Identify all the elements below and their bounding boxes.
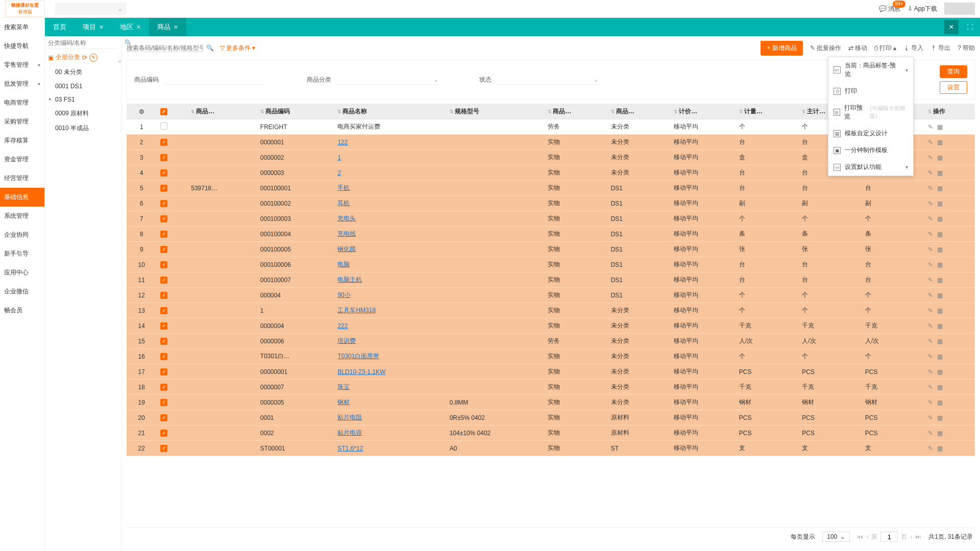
table-row[interactable]: 9✓000100005钢化膜实物DS1移动平均张张张✎▦ [127,242,975,257]
row-checkbox[interactable]: ✓ [160,307,167,314]
row-more-icon[interactable]: ▦ [937,292,943,299]
filter-status-select[interactable]: ⌄ [497,74,599,85]
select-all-checkbox[interactable]: ✓ [160,108,167,115]
table-row[interactable]: 15✓0000006培训费劳务未分类移动平均人/次人/次人/次✎▦ [127,334,975,349]
col-barcode[interactable]: ⇅商品… [187,104,256,119]
row-more-icon[interactable]: ▦ [937,200,943,207]
product-name-link[interactable]: 1 [337,154,341,161]
row-more-icon[interactable]: ▦ [937,139,943,146]
table-row[interactable]: 19✓0000005钢材0.8MM实物未分类移动平均钢材钢材钢材✎▦ [127,395,975,410]
tree-collapse-button[interactable]: « [118,58,121,65]
row-more-icon[interactable]: ▦ [937,430,943,437]
product-name-link[interactable]: 贴片电阻 [337,414,362,421]
col-name[interactable]: ⇅商品名称 [333,104,445,119]
tab[interactable]: 商品✕ [149,18,186,36]
sort-icon[interactable]: ⇅ [337,109,341,114]
table-row[interactable]: 5✓539718…000100001手机实物DS1移动平均台台台✎▦ [127,181,975,196]
sidebar-item[interactable]: 畅会员 [0,301,44,320]
print-current-item[interactable]: ▭当前：商品标签-预览▾ [828,57,913,83]
product-name-link[interactable]: 珠宝 [337,383,350,390]
move-button[interactable]: ⇄移动 [848,44,867,53]
page-input[interactable] [880,532,898,542]
row-more-icon[interactable]: ▦ [937,384,943,391]
table-row[interactable]: 8✓000100004充电线实物DS1移动平均条条条✎▦ [127,227,975,242]
tree-item[interactable]: 0010 半成品 [48,121,118,136]
print-button[interactable]: ⎙打印▴ [874,44,896,53]
row-checkbox[interactable]: ✓ [160,185,167,192]
prev-page-button[interactable]: ‹ [866,533,868,540]
more-conditions-button[interactable]: ▽ 更多条件 ▾ [220,44,255,53]
row-edit-icon[interactable]: ✎ [928,154,933,161]
sidebar-item[interactable]: 搜索菜单 [0,18,44,37]
tab-close-icon[interactable]: ✕ [99,24,104,31]
col-unit[interactable]: ⇅计量… [735,104,798,119]
row-edit-icon[interactable]: ✎ [928,445,933,452]
tab[interactable]: 首页 [45,18,75,36]
row-checkbox[interactable]: ✓ [160,384,167,391]
row-more-icon[interactable]: ▦ [937,307,943,314]
row-checkbox[interactable]: ✓ [160,322,167,330]
product-name-link[interactable]: 钢材 [337,398,350,406]
tab-close-icon[interactable]: ✕ [174,24,178,31]
sidebar-item[interactable]: 系统管理 [0,207,44,226]
row-checkbox[interactable]: ✓ [160,292,167,299]
product-name-link[interactable]: 电脑主机 [337,276,362,283]
per-page-select[interactable]: 100⌄ [822,532,850,542]
table-row[interactable]: 18✓0000007珠宝实物未分类移动平均千克千克千克✎▦ [127,380,975,395]
col-cls[interactable]: ⇅商品… [607,104,670,119]
row-more-icon[interactable]: ▦ [937,123,943,131]
tree-refresh-icon[interactable]: ⟳ [82,54,87,61]
import-button[interactable]: ⭳导入 [903,44,923,53]
row-edit-icon[interactable]: ✎ [928,338,933,345]
sort-icon[interactable]: ⇅ [611,109,615,114]
row-checkbox[interactable]: ✓ [160,246,167,253]
row-edit-icon[interactable]: ✎ [928,430,933,437]
sort-icon[interactable]: ⇅ [739,109,743,114]
tree-edit-icon[interactable]: ✎ [89,54,97,62]
tree-item[interactable]: 00 未分类 [48,65,118,80]
row-more-icon[interactable]: ▦ [937,414,943,421]
tree-search-input[interactable] [48,39,125,46]
sort-icon[interactable]: ⇅ [674,109,678,114]
sidebar-item[interactable]: 企业协同 [0,226,44,244]
row-checkbox[interactable]: ✓ [160,399,167,406]
product-name-link[interactable]: 充电线 [337,230,356,237]
sidebar-item[interactable]: 库存核算 [0,131,44,150]
sort-icon[interactable]: ⇅ [450,109,454,114]
set-default-item[interactable]: ▭设置默认功能▾ [828,159,913,176]
row-checkbox[interactable]: ✓ [160,430,167,437]
row-edit-icon[interactable]: ✎ [928,277,933,284]
sort-icon[interactable]: ⇅ [548,109,552,114]
row-edit-icon[interactable]: ✎ [928,399,933,406]
tree-item[interactable]: 03 FS1 [48,93,118,106]
tab-close-all-button[interactable]: ✕ [944,20,959,34]
tab[interactable]: 项目✕ [75,18,112,36]
row-edit-icon[interactable]: ✎ [928,185,933,192]
one-minute-template-item[interactable]: ▣一分钟制作模板 [828,142,913,159]
user-avatar[interactable] [944,3,975,15]
company-selector[interactable]: ⌄ [55,3,127,15]
product-name-link[interactable]: ST1.6*12 [337,445,363,452]
main-search-input[interactable] [127,44,203,52]
tree-item[interactable]: 0001 DS1 [48,80,118,93]
row-more-icon[interactable]: ▦ [937,261,943,268]
help-button[interactable]: ?帮助 [958,44,975,53]
row-edit-icon[interactable]: ✎ [928,368,933,375]
new-product-button[interactable]: + 新增商品 [761,41,803,56]
table-row[interactable]: 20✓0001贴片电阻0R±5% 0402实物原材料移动平均PCSPCSPCS✎… [127,410,975,425]
row-checkbox[interactable]: ✓ [160,261,167,268]
fullscreen-button[interactable]: ⛶ [963,20,977,34]
table-row[interactable]: 17✓00000001BLD10-23-1.1KW实物未分类移动平均PCSPCS… [127,364,975,380]
row-more-icon[interactable]: ▦ [937,215,943,222]
product-name-link[interactable]: 90小 [337,291,350,298]
row-more-icon[interactable]: ▦ [937,368,943,375]
row-edit-icon[interactable]: ✎ [928,261,933,268]
product-name-link[interactable]: 2 [337,169,341,177]
print-item[interactable]: ⎙打印 [828,83,913,99]
row-edit-icon[interactable]: ✎ [928,307,933,314]
tree-expand-icon[interactable]: ▣ [48,54,54,61]
messages-button[interactable]: 💬 消息 99+ [879,5,900,13]
table-row[interactable]: 16✓T0301白…T0301白面黑带实物未分类移动平均个个个✎▦ [127,349,975,364]
product-name-link[interactable]: T0301白面黑带 [337,353,379,360]
product-name-link[interactable]: 电脑 [337,261,350,268]
